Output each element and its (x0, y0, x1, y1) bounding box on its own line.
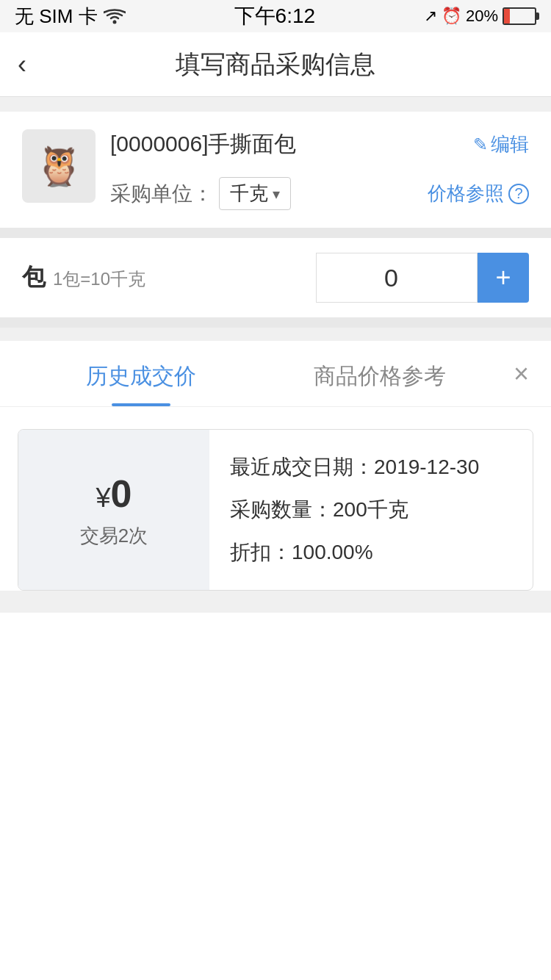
product-unit-row: 采购单位： 千克 ▾ 价格参照 ? (110, 177, 529, 210)
product-header: 🦉 [0000006]手撕面包 ✎ 编辑 采购单位： 千克 ▾ (22, 129, 529, 210)
quantity-input[interactable] (316, 253, 478, 303)
svg-point-0 (112, 21, 116, 24)
discount-value: 100.00% (292, 541, 373, 563)
product-card: 🦉 [0000006]手撕面包 ✎ 编辑 采购单位： 千克 ▾ (0, 112, 551, 228)
quantity-row: 包 1包=10千克 + (0, 238, 551, 317)
status-left: 无 SIM 卡 (15, 4, 126, 29)
status-right: ↗ ⏰ 20% (424, 7, 536, 26)
product-name: [0000006]手撕面包 (110, 129, 296, 159)
purchase-quantity-label: 采购数量： (230, 498, 333, 521)
price-reference-button[interactable]: 价格参照 ? (428, 181, 529, 206)
tab-history-label: 历史成交价 (86, 364, 196, 388)
section-divider (0, 228, 551, 238)
price-trades: 交易2次 (80, 523, 148, 549)
discount-row: 折扣：100.00% (230, 537, 512, 568)
purchase-quantity-value: 200千克 (333, 498, 408, 521)
edit-button[interactable]: ✎ 编辑 (473, 131, 529, 157)
wifi-icon (104, 8, 126, 24)
status-time: 下午6:12 (234, 2, 316, 30)
recent-date-label: 最近成交日期： (230, 455, 374, 478)
unit-dropdown-arrow: ▾ (273, 185, 280, 203)
edit-label: 编辑 (491, 131, 529, 157)
quantity-unit-small: 1包=10千克 (53, 267, 145, 291)
unit-select[interactable]: 千克 ▾ (219, 177, 291, 210)
page-title: 填写商品采购信息 (176, 48, 375, 82)
price-ref-help-icon: ? (508, 184, 529, 204)
unit-value: 千克 (230, 181, 268, 206)
quantity-unit-big: 包 (22, 262, 46, 294)
price-right-panel: 最近成交日期：2019-12-30 采购数量：200千克 折扣：100.00% (209, 430, 533, 590)
price-currency: ¥ (96, 483, 111, 513)
tabs-section: 历史成交价 商品价格参考 × ¥0 交易2次 最近成交日期：2019-12-30… (0, 341, 551, 591)
battery-percent: 20% (466, 7, 498, 26)
quantity-plus-button[interactable]: + (478, 253, 529, 303)
recent-date-value: 2019-12-30 (374, 455, 479, 478)
no-sim-text: 无 SIM 卡 (15, 4, 98, 29)
product-info: [0000006]手撕面包 ✎ 编辑 采购单位： 千克 ▾ 价格参照 ? (110, 129, 529, 210)
product-title-row: [0000006]手撕面包 ✎ 编辑 (110, 129, 529, 159)
battery-fill (504, 9, 510, 24)
quantity-label-group: 包 1包=10千克 (22, 262, 145, 294)
plus-icon: + (495, 262, 511, 293)
alarm-icon: ⏰ (442, 7, 461, 26)
product-thumbnail: 🦉 (22, 129, 96, 203)
status-bar: 无 SIM 卡 下午6:12 ↗ ⏰ 20% (0, 0, 551, 32)
price-left-panel: ¥0 交易2次 (18, 430, 209, 590)
section-divider-2 (0, 317, 551, 328)
purchase-quantity-row: 采购数量：200千克 (230, 494, 512, 525)
footer-area (0, 613, 551, 980)
back-button[interactable]: ‹ (18, 49, 26, 80)
location-icon: ↗ (424, 7, 437, 26)
price-ref-label: 价格参照 (428, 181, 504, 206)
tabs-close-button[interactable]: × (499, 344, 529, 404)
tab-history-price[interactable]: 历史成交价 (22, 341, 260, 406)
battery-icon (503, 7, 536, 25)
tab-product-price[interactable]: 商品价格参考 (260, 341, 498, 406)
product-thumb-icon: 🦉 (35, 144, 83, 189)
tab-product-label: 商品价格参考 (314, 364, 446, 388)
unit-label: 采购单位： (110, 180, 213, 208)
tabs-header: 历史成交价 商品价格参考 × (0, 341, 551, 407)
recent-date-row: 最近成交日期：2019-12-30 (230, 452, 512, 483)
price-value: 0 (111, 472, 132, 515)
price-amount: ¥0 (96, 472, 132, 516)
price-card: ¥0 交易2次 最近成交日期：2019-12-30 采购数量：200千克 折扣：… (18, 429, 533, 591)
nav-header: ‹ 填写商品采购信息 (0, 32, 551, 97)
discount-label: 折扣： (230, 541, 292, 563)
quantity-input-group: + (316, 253, 529, 303)
edit-icon: ✎ (473, 134, 488, 155)
